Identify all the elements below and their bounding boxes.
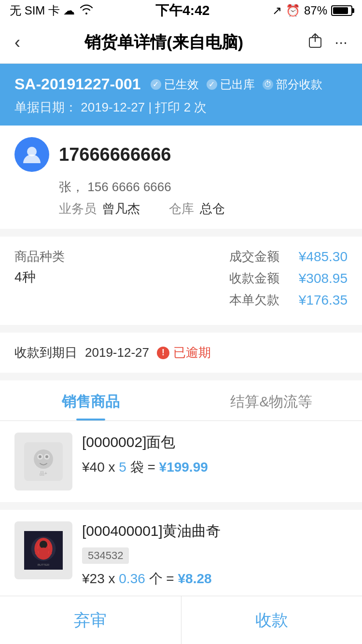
alarm-icon: ⏰ — [286, 4, 300, 17]
order-date: 单据日期： 2019-12-27 | 打印 2 次 — [14, 99, 348, 116]
svg-point-7 — [45, 455, 48, 458]
warehouse-item: 仓库 总仓 — [169, 200, 225, 217]
customer-row: 17666666666 — [14, 137, 348, 172]
status-badge-effective: ✓ 已生效 — [151, 77, 199, 92]
avatar — [14, 137, 49, 172]
product-tag-2: 534532 — [82, 547, 129, 564]
owed-row: 本单欠款 ¥176.35 — [229, 292, 348, 308]
status-badge-shipped: ✓ 已出库 — [207, 77, 255, 92]
cancel-button[interactable]: 弃审 — [0, 596, 181, 644]
staff-label: 业务员 — [59, 200, 97, 217]
nav-actions: ··· — [307, 33, 348, 52]
clock-icon: ⏱ — [263, 79, 273, 90]
product-details-1: [0000002]面包 ¥40 x 5 袋 = ¥199.99 — [82, 433, 348, 476]
owed-label: 本单欠款 — [229, 292, 279, 308]
overdue-icon: ! — [157, 347, 169, 359]
owed-value: ¥176.35 — [299, 293, 348, 308]
stats-left: 商品种类 4种 — [14, 248, 65, 286]
customer-info: 张， 156 6666 6666 — [59, 179, 348, 196]
tabs-section: 销售商品 结算&物流等 — [0, 380, 362, 421]
order-header: SA-20191227-001 ✓ 已生效 ✓ 已出库 ⏱ 部分收款 单据日期：… — [0, 64, 362, 126]
status-time: 下午4:42 — [155, 1, 209, 20]
staff-name: 曾凡杰 — [102, 200, 140, 217]
share-icon[interactable] — [307, 33, 323, 52]
back-button[interactable]: ‹ — [14, 32, 20, 53]
sim-text: 无 SIM 卡 ☁ — [10, 3, 75, 18]
types-value: 4种 — [14, 268, 65, 286]
stats-right: 成交金额 ¥485.30 收款金额 ¥308.95 本单欠款 ¥176.35 — [229, 248, 348, 313]
customer-section: 17666666666 张， 156 6666 6666 业务员 曾凡杰 仓库 … — [0, 126, 362, 229]
product-item-2: BUTTER [000400001]黄油曲奇 534532 ¥23 x 0.36… — [0, 510, 362, 600]
product-name-2: [000400001]黄油曲奇 — [82, 521, 348, 541]
status-badges: ✓ 已生效 ✓ 已出库 ⏱ 部分收款 — [151, 77, 322, 92]
product-image-1: 品+ — [14, 433, 72, 490]
svg-point-3 — [34, 449, 53, 469]
received-value: ¥308.95 — [299, 271, 348, 286]
staff-item: 业务员 曾凡杰 — [59, 200, 140, 217]
wifi-icon — [80, 4, 93, 17]
order-header-top: SA-20191227-001 ✓ 已生效 ✓ 已出库 ⏱ 部分收款 — [14, 75, 348, 93]
product-price-1: ¥40 x 5 袋 = ¥199.99 — [82, 458, 348, 476]
overdue-text: 已逾期 — [173, 344, 211, 361]
nav-bar: ‹ 销货单详情(来自电脑) ··· — [0, 21, 362, 64]
status-badge-partial: ⏱ 部分收款 — [263, 77, 322, 92]
customer-phone: 17666666666 — [59, 144, 171, 165]
check-icon-1: ✓ — [151, 79, 161, 90]
overdue-badge: ! 已逾期 — [157, 344, 211, 361]
product-name-1: [0000002]面包 — [82, 433, 348, 452]
tab-settlement[interactable]: 结算&物流等 — [181, 380, 362, 420]
due-label: 收款到期日 — [14, 344, 77, 361]
received-label: 收款金额 — [229, 270, 279, 287]
bottom-bar: 弃审 收款 — [0, 596, 362, 644]
product-qty-1: 5 — [119, 460, 126, 475]
status-bar: 无 SIM 卡 ☁ 下午4:42 ↗ ⏰ 87% — [0, 0, 362, 21]
amount-value: ¥485.30 — [299, 249, 348, 265]
svg-point-6 — [39, 455, 42, 458]
amount-row: 成交金额 ¥485.30 — [229, 248, 348, 265]
battery-text: 87% — [304, 4, 327, 17]
status-right: ↗ ⏰ 87% — [272, 4, 352, 17]
warehouse-name: 总仓 — [200, 200, 225, 217]
order-id: SA-20191227-001 — [14, 75, 141, 93]
confirm-button[interactable]: 收款 — [181, 596, 362, 644]
product-total-1: ¥199.99 — [159, 460, 208, 475]
stats-section: 商品种类 4种 成交金额 ¥485.30 收款金额 ¥308.95 本单欠款 ¥… — [0, 237, 362, 325]
status-left: 无 SIM 卡 ☁ — [10, 3, 93, 18]
types-label: 商品种类 — [14, 248, 65, 265]
product-total-2: ¥8.28 — [178, 571, 211, 586]
location-icon: ↗ — [272, 4, 282, 17]
page-title: 销货单详情(来自电脑) — [84, 31, 243, 54]
due-section: 收款到期日 2019-12-27 ! 已逾期 — [0, 333, 362, 373]
warehouse-label: 仓库 — [169, 200, 194, 217]
amount-label: 成交金额 — [229, 248, 279, 265]
battery-icon — [331, 5, 352, 16]
product-image-2: BUTTER — [14, 521, 72, 579]
product-details-2: [000400001]黄油曲奇 534532 ¥23 x 0.36 个 = ¥8… — [82, 521, 348, 588]
product-item-1: 品+ [0000002]面包 ¥40 x 5 袋 = ¥199.99 — [0, 421, 362, 502]
product-qty-2: 0.36 — [119, 571, 145, 586]
more-button[interactable]: ··· — [334, 33, 348, 51]
check-icon-2: ✓ — [207, 79, 217, 90]
received-row: 收款金额 ¥308.95 — [229, 270, 348, 287]
product-price-2: ¥23 x 0.36 个 = ¥8.28 — [82, 570, 348, 588]
staff-row: 业务员 曾凡杰 仓库 总仓 — [59, 200, 348, 217]
svg-text:BUTTER: BUTTER — [38, 563, 50, 566]
due-date: 2019-12-27 — [85, 345, 149, 360]
tab-products[interactable]: 销售商品 — [0, 380, 181, 420]
svg-point-12 — [40, 541, 47, 548]
svg-text:品+: 品+ — [40, 471, 47, 476]
